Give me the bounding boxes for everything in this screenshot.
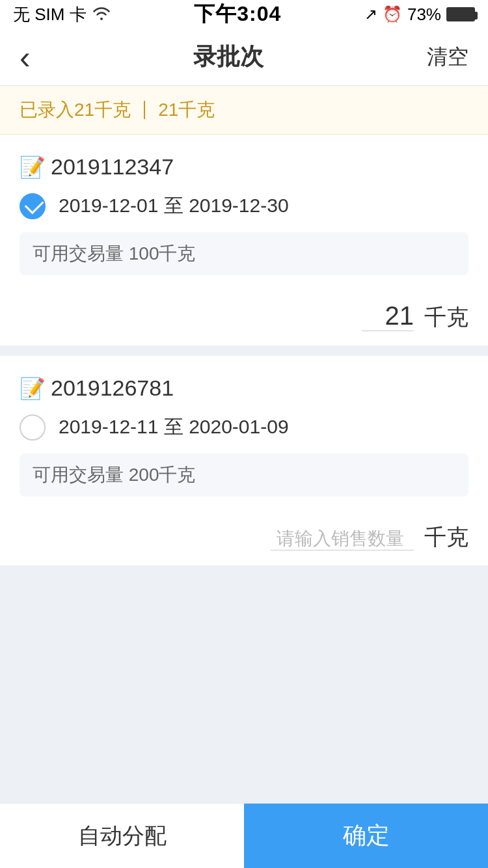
batch-1-amount-row: 21 千克	[0, 288, 488, 346]
info-divider	[144, 101, 145, 119]
status-right: ↗ ⏰ 73%	[364, 5, 475, 25]
batch-2-header: 📝 2019126781	[0, 356, 488, 407]
total-text: 21千克	[158, 98, 215, 122]
clear-button[interactable]: 清空	[427, 43, 468, 72]
nav-bar: ‹ 录批次 清空	[0, 29, 488, 86]
batch-1-date: 2019-12-01 至 2019-12-30	[59, 193, 289, 219]
auto-distribute-button[interactable]: 自动分配	[0, 804, 244, 868]
batch-2-qty-input[interactable]	[271, 524, 414, 550]
batch-2-available: 可用交易量 200千克	[20, 454, 468, 496]
no-sim-text: 无 SIM 卡	[13, 3, 87, 26]
wifi-icon	[92, 5, 111, 25]
battery-icon	[446, 7, 475, 21]
batch-1-icon: 📝	[20, 155, 46, 180]
alarm-icon: ⏰	[383, 5, 402, 23]
status-left: 无 SIM 卡	[13, 3, 111, 26]
batch-card-2: 📝 2019126781 2019-12-11 至 2020-01-09 可用交…	[0, 356, 488, 565]
batch-1-header: 📝 2019112347	[0, 135, 488, 186]
batch-2-radio[interactable]	[20, 414, 46, 441]
batch-2-input-row: 千克	[0, 509, 488, 565]
section-divider-1	[0, 346, 488, 356]
confirm-button[interactable]: 确定	[244, 804, 488, 868]
batch-2-date-row[interactable]: 2019-12-11 至 2020-01-09	[0, 407, 488, 447]
batch-1-available: 可用交易量 100千克	[20, 232, 468, 275]
batch-1-unit: 千克	[424, 303, 468, 332]
page-title: 录批次	[193, 41, 264, 73]
back-button[interactable]: ‹	[20, 38, 31, 76]
batch-1-id: 2019112347	[51, 154, 174, 180]
batch-2-icon: 📝	[20, 376, 46, 401]
recorded-text: 已录入21千克	[20, 98, 131, 122]
status-bar: 无 SIM 卡 下午3:04 ↗ ⏰ 73%	[0, 0, 488, 29]
batch-2-date: 2019-12-11 至 2020-01-09	[59, 414, 289, 441]
battery-text: 73%	[407, 5, 441, 25]
location-icon: ↗	[364, 5, 377, 23]
main-content: 已录入21千克 21千克 📝 2019112347 2019-12-01 至 2…	[0, 86, 488, 868]
batch-2-unit: 千克	[424, 522, 468, 552]
batch-card-1: 📝 2019112347 2019-12-01 至 2019-12-30 可用交…	[0, 135, 488, 346]
batch-2-id: 2019126781	[51, 375, 174, 401]
batch-1-amount-value: 21	[385, 301, 414, 330]
status-time: 下午3:04	[194, 0, 281, 29]
bottom-bar: 自动分配 确定	[0, 803, 488, 868]
batch-1-radio[interactable]	[20, 193, 46, 219]
info-banner: 已录入21千克 21千克	[0, 86, 488, 135]
batch-1-date-row[interactable]: 2019-12-01 至 2019-12-30	[0, 186, 488, 226]
